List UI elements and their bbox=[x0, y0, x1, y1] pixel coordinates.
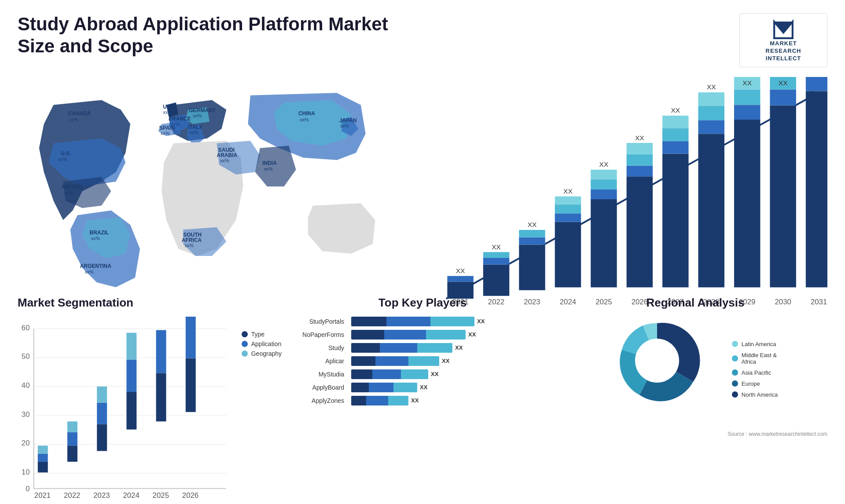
svg-rect-122 bbox=[156, 373, 166, 421]
bar-seg3 bbox=[393, 383, 417, 392]
svg-text:JAPAN: JAPAN bbox=[339, 117, 357, 123]
north-america-label: North America bbox=[742, 391, 778, 398]
svg-rect-120 bbox=[126, 359, 136, 391]
svg-text:30: 30 bbox=[22, 410, 30, 418]
svg-text:BRAZIL: BRAZIL bbox=[89, 230, 109, 236]
svg-rect-44 bbox=[519, 237, 545, 245]
svg-rect-123 bbox=[156, 330, 166, 373]
svg-text:U.S.: U.S. bbox=[61, 150, 71, 157]
legend-asia-pacific: Asia Pacific bbox=[732, 369, 778, 376]
svg-rect-114 bbox=[67, 432, 77, 446]
svg-text:xx%: xx% bbox=[64, 190, 73, 195]
bottom-sections: Market Segmentation 60 50 40 30 20 10 0 bbox=[18, 296, 827, 504]
bar-seg3 bbox=[408, 356, 439, 366]
svg-rect-43 bbox=[519, 245, 545, 290]
svg-rect-68 bbox=[698, 120, 724, 134]
svg-rect-116 bbox=[97, 424, 107, 451]
player-value: XX bbox=[431, 371, 438, 377]
players-list: StudyPortals XX NoPaperForms bbox=[290, 317, 555, 405]
svg-text:xx%: xx% bbox=[70, 117, 79, 122]
svg-rect-93 bbox=[806, 91, 827, 287]
svg-text:2026: 2026 bbox=[182, 491, 198, 500]
svg-rect-112 bbox=[38, 446, 48, 453]
svg-text:40: 40 bbox=[22, 381, 30, 390]
svg-rect-72 bbox=[734, 120, 760, 287]
svg-rect-50 bbox=[555, 196, 581, 204]
svg-text:FRANCE: FRANCE bbox=[169, 116, 191, 122]
svg-rect-125 bbox=[186, 317, 196, 358]
world-map-svg: CANADA xx% U.S. xx% MEXICO xx% BRAZIL xx… bbox=[18, 76, 416, 287]
regional-legend: Latin America Middle East &Africa Asia P… bbox=[732, 341, 778, 398]
bar-seg3 bbox=[426, 330, 466, 340]
svg-text:xx%: xx% bbox=[163, 110, 172, 115]
player-row-study: Study XX bbox=[290, 343, 555, 353]
brand-logo-icon bbox=[772, 18, 794, 40]
player-bar-aplicar: XX bbox=[351, 356, 555, 366]
svg-text:XX: XX bbox=[528, 221, 537, 228]
page-title: Study Abroad Application Platform Market… bbox=[18, 13, 414, 58]
svg-text:XX: XX bbox=[599, 161, 609, 168]
svg-rect-45 bbox=[519, 230, 545, 237]
svg-text:ARGENTINA: ARGENTINA bbox=[80, 263, 112, 269]
svg-rect-74 bbox=[734, 89, 760, 105]
page: Study Abroad Application Platform Market… bbox=[0, 0, 845, 504]
svg-rect-48 bbox=[555, 213, 581, 222]
svg-rect-62 bbox=[662, 153, 688, 287]
application-dot bbox=[242, 341, 248, 347]
svg-text:U.K.: U.K. bbox=[163, 104, 173, 110]
source-text: Source : www.marketresearchintellect.com bbox=[563, 431, 827, 437]
svg-rect-65 bbox=[662, 116, 688, 128]
legend-europe: Europe bbox=[732, 380, 778, 387]
bar-seg1 bbox=[351, 317, 386, 326]
player-value: XX bbox=[477, 318, 485, 325]
bar-seg1 bbox=[351, 369, 372, 379]
legend-type: Type bbox=[242, 331, 282, 338]
svg-text:AFRICA: AFRICA bbox=[182, 237, 202, 243]
bar-seg2 bbox=[369, 383, 393, 392]
player-name-aplicar: Aplicar bbox=[290, 358, 348, 365]
svg-rect-2 bbox=[774, 22, 793, 23]
svg-text:MEXICO: MEXICO bbox=[62, 184, 83, 190]
svg-rect-76 bbox=[770, 105, 796, 287]
asia-pacific-label: Asia Pacific bbox=[742, 369, 771, 376]
svg-text:XX: XX bbox=[563, 187, 573, 195]
svg-rect-67 bbox=[698, 134, 724, 287]
svg-text:xx%: xx% bbox=[184, 243, 194, 248]
bar-seg3 bbox=[417, 343, 452, 353]
segmentation-chart-svg: 60 50 40 30 20 10 0 bbox=[18, 317, 233, 504]
svg-text:XX: XX bbox=[742, 79, 752, 87]
svg-text:XX: XX bbox=[779, 79, 788, 87]
player-value: XX bbox=[411, 397, 419, 404]
svg-text:INDIA: INDIA bbox=[262, 160, 277, 166]
geography-dot bbox=[242, 351, 248, 357]
bar-seg1 bbox=[351, 343, 380, 353]
svg-text:xx%: xx% bbox=[340, 123, 349, 128]
svg-rect-70 bbox=[698, 92, 724, 106]
legend-geography: Geography bbox=[242, 350, 282, 357]
donut-chart bbox=[613, 317, 719, 422]
svg-rect-64 bbox=[662, 128, 688, 141]
svg-rect-113 bbox=[67, 446, 77, 462]
svg-text:xx%: xx% bbox=[59, 157, 68, 162]
logo-text: MARKET RESEARCH INTELLECT bbox=[766, 40, 801, 62]
svg-text:XX: XX bbox=[707, 83, 716, 91]
bar-seg2 bbox=[386, 317, 430, 326]
player-row-aplicar: Aplicar XX bbox=[290, 356, 555, 366]
legend-north-america: North America bbox=[732, 391, 778, 398]
player-bar-applyboard: XX bbox=[351, 383, 555, 392]
bar-seg3 bbox=[388, 396, 408, 405]
legend-application: Application bbox=[242, 340, 282, 347]
segmentation-legend: Type Application Geography bbox=[242, 322, 282, 504]
type-label: Type bbox=[251, 331, 265, 338]
player-row-studyportals: StudyPortals XX bbox=[290, 317, 555, 326]
svg-rect-94 bbox=[806, 77, 827, 91]
svg-rect-49 bbox=[555, 204, 581, 213]
player-name-nopaperforms: NoPaperForms bbox=[290, 331, 348, 338]
svg-rect-55 bbox=[591, 169, 617, 179]
svg-rect-121 bbox=[126, 332, 136, 359]
svg-text:xx%: xx% bbox=[220, 158, 229, 163]
svg-rect-52 bbox=[591, 199, 617, 287]
legend-middle-east-africa: Middle East &Africa bbox=[732, 352, 778, 365]
key-players-section: Top Key Players StudyPortals XX NoPaper bbox=[290, 296, 555, 504]
player-bar-applyzones: XX bbox=[351, 396, 555, 405]
